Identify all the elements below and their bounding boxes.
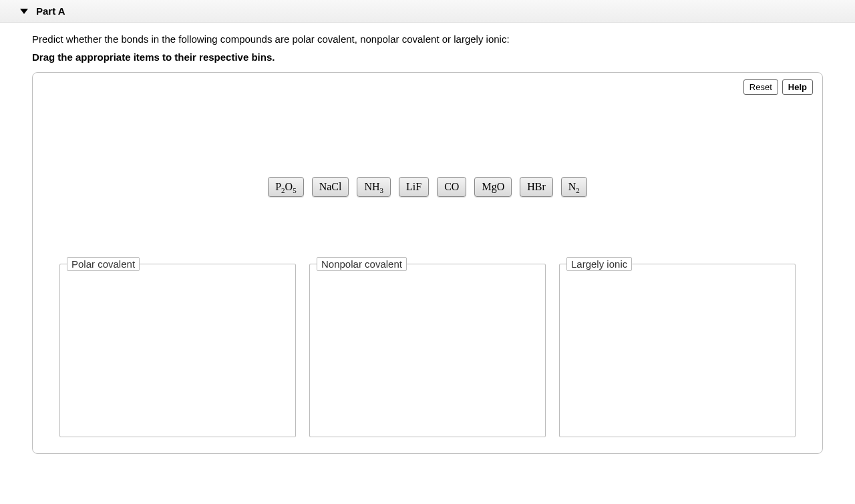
bins-row: Polar covalentNonpolar covalentLargely i… xyxy=(59,264,796,437)
content-area: Predict whether the bonds in the followi… xyxy=(0,23,855,454)
bin-nonpolar[interactable]: Nonpolar covalent xyxy=(309,264,546,437)
part-header[interactable]: Part A xyxy=(0,0,855,23)
bin-label-polar: Polar covalent xyxy=(67,257,140,271)
draggable-item-mgo[interactable]: MgO xyxy=(474,177,512,197)
bin-label-ionic: Largely ionic xyxy=(566,257,632,271)
draggable-item-lif[interactable]: LiF xyxy=(399,177,429,197)
help-button[interactable]: Help xyxy=(782,79,813,95)
draggable-item-hbr[interactable]: HBr xyxy=(520,177,553,197)
part-title: Part A xyxy=(36,5,65,17)
bin-polar[interactable]: Polar covalent xyxy=(59,264,296,437)
bin-label-nonpolar: Nonpolar covalent xyxy=(317,257,407,271)
drag-panel: Reset Help P2O5NaClNH3LiFCOMgOHBrN2 Pola… xyxy=(32,72,823,454)
collapse-icon xyxy=(20,9,28,14)
draggable-item-nacl[interactable]: NaCl xyxy=(312,177,349,197)
question-prompt: Predict whether the bonds in the followi… xyxy=(32,33,823,45)
panel-buttons: Reset Help xyxy=(743,79,813,95)
draggable-item-p2o5[interactable]: P2O5 xyxy=(268,177,303,197)
bin-ionic[interactable]: Largely ionic xyxy=(559,264,796,437)
reset-button[interactable]: Reset xyxy=(743,79,778,95)
draggable-item-co[interactable]: CO xyxy=(437,177,466,197)
draggable-item-nh3[interactable]: NH3 xyxy=(357,177,391,197)
draggable-items-row: P2O5NaClNH3LiFCOMgOHBrN2 xyxy=(59,177,796,197)
drag-instruction: Drag the appropriate items to their resp… xyxy=(32,51,823,63)
draggable-item-n2[interactable]: N2 xyxy=(561,177,587,197)
